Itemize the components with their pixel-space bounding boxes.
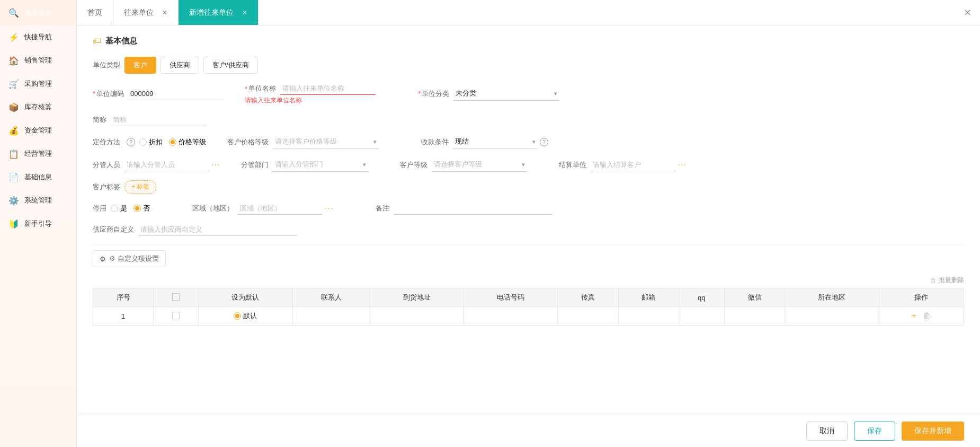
department-select[interactable]: 请输入分管部门 ▾ (273, 157, 368, 172)
close-tab-new-partner[interactable]: ✕ (242, 9, 247, 16)
table-header-row: 序号 设为默认 联系人 到货地址 电话号码 传真 邮箱 qq 微信 所在地区 操… (93, 288, 964, 307)
sidebar-item-operation[interactable]: 📋 经营管理 (0, 142, 76, 165)
sidebar-label-quick-nav: 快捷导航 (24, 32, 52, 42)
unit-type-group: 客户 供应商 客户/供应商 (124, 57, 258, 74)
footer: 取消 保存 保存并新增 (77, 415, 980, 447)
pricing-method-label: 定价方法 (93, 137, 120, 147)
cell-fax (558, 307, 618, 326)
payment-condition-select[interactable]: 现结 ▾ (453, 135, 538, 149)
radio-yes[interactable]: 是 (111, 204, 127, 213)
pricing-row: 定价方法 ? 折扣 价格等级 客户价格等级 请选择客户价格等级 (93, 135, 964, 149)
btn-supplier[interactable]: 供应商 (161, 57, 199, 74)
th-qq: qq (679, 288, 724, 307)
tab-new-partner[interactable]: 新增往来单位 ✕ (179, 0, 259, 25)
supplier-custom-label: 供应商自定义 (93, 225, 134, 234)
sidebar-item-purchase[interactable]: 🛒 采购管理 (0, 72, 76, 95)
sidebar-item-finance[interactable]: 💰 资金管理 (0, 119, 76, 142)
delete-row-button[interactable]: 🗑 (923, 311, 931, 320)
close-tab-partner[interactable]: ✕ (162, 9, 167, 16)
customer-level-field: 客户等级 请选择客户等级 ▾ (400, 157, 527, 172)
department-field: 分管部门 请输入分管部门 ▾ (241, 157, 368, 172)
short-name-row: 简称 (93, 113, 964, 126)
th-email: 邮箱 (618, 288, 679, 307)
region-input[interactable] (238, 202, 323, 215)
cell-phone (464, 307, 557, 326)
btn-both[interactable]: 客户/供应商 (203, 57, 258, 74)
sidebar-item-quick-nav[interactable]: ⚡ 快捷导航 (0, 25, 76, 49)
th-region: 所在地区 (785, 288, 879, 307)
unit-category-select[interactable]: 未分类 ▾ (453, 86, 559, 101)
settlement-unit-input[interactable] (591, 159, 675, 171)
sidebar-item-system[interactable]: ⚙️ 系统管理 (0, 189, 76, 212)
th-phone: 电话号码 (464, 288, 557, 307)
th-action: 操作 (879, 288, 964, 307)
th-default: 设为默认 (199, 288, 292, 307)
radio-no-circle (133, 205, 141, 212)
save-button[interactable]: 保存 (854, 422, 895, 441)
batch-delete-label[interactable]: 批量删除 (939, 276, 964, 285)
cart-icon: 🛒 (8, 78, 19, 89)
payment-condition-field: 收款条件 现结 ▾ ? (421, 135, 548, 149)
customer-tag-label: 客户标签 (93, 182, 120, 192)
unit-code-input[interactable] (128, 87, 224, 100)
customer-level-placeholder: 请选择客户等级 (434, 160, 522, 169)
pricing-method-field: 定价方法 ? 折扣 价格等级 (93, 137, 206, 147)
customer-level-select[interactable]: 请选择客户等级 ▾ (432, 157, 527, 172)
money-icon: 💰 (8, 125, 19, 136)
pricing-help-icon[interactable]: ? (127, 138, 135, 146)
select-all-checkbox[interactable] (172, 293, 180, 301)
unit-category-label: 单位分类 (422, 89, 449, 99)
radio-no[interactable]: 否 (133, 204, 150, 213)
manager-more-icon[interactable]: ··· (211, 160, 220, 170)
sidebar-item-inventory[interactable]: 📦 库存核算 (0, 95, 76, 119)
th-fax: 传真 (558, 288, 618, 307)
manager-field: 分管人员 ··· (93, 159, 220, 171)
tab-home[interactable]: 首页 (77, 0, 113, 25)
trash-icon: 🗑 (930, 277, 937, 284)
cell-checkbox (154, 307, 199, 326)
customer-price-level-select[interactable]: 请选择客户价格等级 ▾ (273, 135, 379, 149)
page-content: 🏷 基本信息 单位类型 客户 供应商 客户/供应商 * 单位编码 (77, 25, 980, 415)
radio-discount[interactable]: 折扣 (139, 137, 163, 147)
tab-partner[interactable]: 往来单位 ✕ (113, 0, 179, 25)
row-default-radio[interactable]: 默认 (204, 311, 287, 321)
table-head: 序号 设为默认 联系人 到货地址 电话号码 传真 邮箱 qq 微信 所在地区 操… (93, 288, 964, 307)
short-name-input[interactable] (111, 113, 206, 126)
unit-type-row: 单位类型 客户 供应商 客户/供应商 (93, 57, 964, 74)
radio-discount-circle (139, 138, 147, 146)
chevron-down-icon: ▾ (554, 90, 557, 97)
row-checkbox[interactable] (172, 312, 180, 319)
add-tag-button[interactable]: + 标签 (124, 180, 156, 194)
unit-code-field: * 单位编码 (93, 87, 224, 100)
add-row-button[interactable]: + (912, 311, 916, 320)
supplier-custom-field: 供应商自定义 (93, 223, 297, 236)
remark-field: 备注 (376, 202, 553, 215)
payment-help-icon[interactable]: ? (540, 138, 548, 146)
custom-settings-button[interactable]: ⚙ ⚙ 自定义项设置 (93, 250, 166, 267)
row-default-label: 默认 (243, 311, 257, 321)
disabled-label: 停用 (93, 204, 106, 213)
unit-type-field: 单位类型 客户 供应商 客户/供应商 (93, 57, 258, 74)
radio-yes-circle (111, 205, 118, 212)
sidebar-item-sales[interactable]: 🏠 销售管理 (0, 49, 76, 72)
section-basic-info: 🏷 基本信息 (93, 36, 964, 46)
code-name-category-row: * 单位编码 * 单位名称 请输入往来单位名称 * 单位分类 未分类 ▾ (93, 82, 964, 105)
sidebar-item-guide[interactable]: 🔰 新手引导 (0, 212, 76, 235)
cancel-button[interactable]: 取消 (806, 422, 848, 441)
sidebar-item-search[interactable]: 🔍 搜索菜单 (0, 0, 76, 25)
manager-input[interactable] (124, 159, 209, 171)
sidebar-label-basic: 基础信息 (24, 172, 52, 182)
unit-name-field: * 单位名称 请输入往来单位名称 (245, 82, 376, 105)
disabled-field: 停用 是 否 (93, 204, 150, 213)
settlement-unit-more-icon[interactable]: ··· (678, 160, 686, 170)
save-and-new-button[interactable]: 保存并新增 (902, 422, 964, 441)
btn-customer[interactable]: 客户 (124, 57, 156, 74)
sidebar-item-basic[interactable]: 📄 基础信息 (0, 165, 76, 189)
remark-input[interactable] (394, 202, 553, 215)
payment-condition-value: 现结 (455, 137, 532, 146)
radio-price-level[interactable]: 价格等级 (169, 137, 206, 147)
supplier-custom-input[interactable] (138, 223, 297, 236)
unit-name-input[interactable] (280, 82, 376, 95)
close-all-tabs[interactable]: ✕ (955, 7, 980, 19)
region-more-icon[interactable]: ··· (325, 204, 333, 213)
